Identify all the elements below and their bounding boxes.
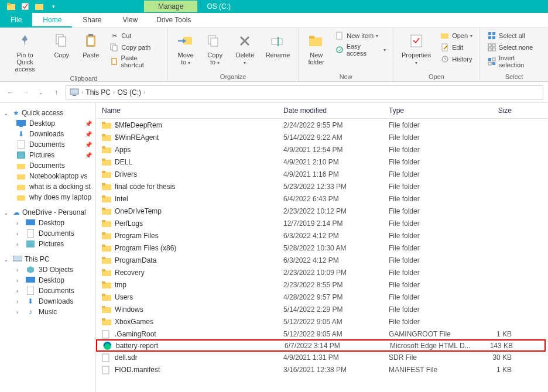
new-item-button[interactable]: New item ▾	[333, 30, 388, 41]
quick-access-header[interactable]: ⌄★Quick access	[0, 108, 95, 118]
paste-button[interactable]: Paste	[78, 30, 104, 60]
sidebar-notebook[interactable]: Notebooklaptop vs	[0, 171, 95, 181]
edit-button[interactable]: Edit	[438, 42, 475, 53]
qat-dropdown-icon[interactable]: ▾	[49, 2, 57, 11]
folder-icon	[102, 195, 111, 202]
column-date[interactable]: Date modified	[283, 106, 389, 115]
copy-to-button[interactable]: Copy to ▾	[202, 30, 228, 67]
sidebar-od-desktop[interactable]: ›Desktop	[0, 218, 95, 228]
scissors-icon: ✂	[109, 31, 119, 40]
sidebar-documents[interactable]: Documents📌	[0, 139, 95, 150]
file-row[interactable]: .GamingRoot5/12/2022 9:05 AMGAMINGROOT F…	[96, 328, 548, 340]
move-to-icon	[176, 32, 195, 50]
file-row[interactable]: Apps4/9/2021 12:54 PMFile folder	[96, 143, 548, 156]
this-pc-header[interactable]: ⌄This PC	[0, 254, 95, 264]
file-row[interactable]: Program Files (x86)5/28/2022 10:30 AMFil…	[96, 242, 548, 254]
sidebar-pc-desktop[interactable]: ›Desktop	[0, 275, 95, 286]
file-size: 143 KB	[478, 342, 525, 350]
new-folder-icon[interactable]	[35, 2, 43, 11]
file-row[interactable]: PerfLogs12/7/2019 2:14 PMFile folder	[96, 217, 548, 229]
file-row[interactable]: FIOD.manifest3/16/2021 12:38 PMMANIFEST …	[96, 363, 548, 376]
rename-button[interactable]: Rename	[262, 30, 294, 60]
properties-icon	[407, 32, 426, 50]
file-icon	[102, 353, 111, 361]
move-to-button[interactable]: Move to ▾	[173, 30, 198, 67]
file-row[interactable]: ProgramData6/3/2022 4:12 PMFile folder	[96, 254, 548, 266]
sidebar-laptop[interactable]: why does my laptop	[0, 192, 95, 202]
file-row[interactable]: Intel6/4/2022 6:43 PMFile folder	[96, 192, 548, 205]
file-row[interactable]: Drivers4/9/2021 1:16 PMFile folder	[96, 168, 548, 180]
file-row[interactable]: dell.sdr4/9/2021 1:31 PMSDR File30 KB	[96, 351, 548, 363]
file-row[interactable]: tmp2/23/2022 8:55 PMFile folder	[96, 278, 548, 291]
back-button[interactable]: ←	[5, 87, 16, 98]
file-tab[interactable]: File	[0, 13, 32, 27]
file-row[interactable]: $WinREAgent5/14/2022 9:22 AMFile folder	[96, 131, 548, 143]
chevron-right-icon[interactable]: ›	[113, 89, 115, 95]
share-tab[interactable]: Share	[72, 13, 112, 27]
home-tab[interactable]: Home	[32, 13, 72, 27]
sidebar-downloads[interactable]: ⬇Downloads📌	[0, 129, 95, 139]
sidebar-docking[interactable]: what is a docking st	[0, 181, 95, 192]
new-folder-button[interactable]: New folder	[303, 30, 329, 67]
paste-shortcut-icon	[109, 57, 118, 66]
properties-button[interactable]: Properties▾	[398, 30, 434, 67]
history-button[interactable]: History	[438, 54, 475, 64]
file-row[interactable]: battery-report6/7/2022 3:14 PMMicrosoft …	[96, 339, 546, 352]
manage-tab[interactable]: Manage	[144, 1, 197, 12]
folder-icon[interactable]	[7, 2, 15, 11]
invert-selection-button[interactable]: Invert selection	[485, 54, 543, 69]
cut-button[interactable]: ✂Cut	[107, 30, 163, 41]
file-date: 2/23/2022 10:09 PM	[283, 269, 389, 277]
forward-button[interactable]: →	[20, 87, 32, 98]
new-folder-icon	[307, 32, 326, 50]
column-type[interactable]: Type	[389, 106, 477, 115]
view-tab[interactable]: View	[112, 13, 148, 27]
sidebar-3d[interactable]: ›3D Objects	[0, 264, 95, 275]
pin-quick-access-button[interactable]: Pin to Quick access	[5, 30, 45, 74]
file-row[interactable]: Windows5/14/2022 2:29 PMFile folder	[96, 303, 548, 315]
select-all-button[interactable]: Select all	[485, 30, 543, 41]
svg-rect-79	[102, 269, 105, 271]
file-row[interactable]: DELL4/9/2021 2:10 PMFile folder	[96, 156, 548, 168]
sidebar-od-pictures[interactable]: ›Pictures	[0, 239, 95, 249]
svg-rect-20	[337, 32, 342, 39]
delete-button[interactable]: Delete ▾	[231, 30, 259, 67]
breadcrumb-this-pc[interactable]: This PC	[85, 88, 111, 97]
file-row[interactable]: $MfeDeepRem2/24/2022 9:55 PMFile folder	[96, 119, 548, 131]
up-button[interactable]: ↑	[50, 87, 62, 98]
svg-rect-91	[102, 366, 109, 374]
file-row[interactable]: XboxGames5/12/2022 9:05 AMFile folder	[96, 315, 548, 328]
documents-icon	[26, 287, 35, 295]
select-none-button[interactable]: Select none	[485, 42, 543, 53]
sidebar-pc-documents[interactable]: ›Documents	[0, 286, 95, 296]
file-row[interactable]: final code for thesis5/23/2022 12:33 PMF…	[96, 180, 548, 192]
new-item-icon	[335, 31, 344, 40]
open-button[interactable]: Open ▾	[438, 30, 475, 41]
copy-path-button[interactable]: Copy path	[107, 42, 163, 53]
chevron-right-icon[interactable]: ›	[81, 89, 83, 95]
drive-tools-tab[interactable]: Drive Tools	[148, 13, 199, 27]
properties-icon[interactable]	[21, 2, 29, 11]
sidebar-desktop[interactable]: Desktop📌	[0, 118, 95, 129]
file-date: 4/9/2021 12:54 PM	[283, 146, 389, 154]
folder-icon	[102, 232, 111, 239]
paste-shortcut-button[interactable]: Paste shortcut	[107, 54, 163, 69]
breadcrumb-drive[interactable]: OS (C:)	[117, 88, 141, 97]
column-size[interactable]: Size	[477, 106, 523, 115]
easy-access-button[interactable]: Easy access ▾	[333, 42, 388, 57]
sidebar-pictures[interactable]: Pictures📌	[0, 150, 95, 160]
file-row[interactable]: Recovery2/23/2022 10:09 PMFile folder	[96, 266, 548, 278]
file-row[interactable]: Program Files6/3/2022 4:12 PMFile folder	[96, 229, 548, 242]
chevron-right-icon[interactable]: ›	[143, 89, 145, 95]
recent-dropdown[interactable]: ⌄	[35, 87, 47, 98]
sidebar-pc-music[interactable]: ›♪Music	[0, 307, 95, 317]
column-name[interactable]: Name	[96, 106, 283, 115]
sidebar-pc-downloads[interactable]: ›⬇Downloads	[0, 296, 95, 307]
sidebar-documents2[interactable]: Documents	[0, 160, 95, 171]
copy-button[interactable]: Copy	[49, 30, 74, 60]
file-row[interactable]: Users4/28/2022 9:57 PMFile folder	[96, 291, 548, 303]
breadcrumb[interactable]: › This PC › OS (C:) ›	[66, 85, 543, 99]
file-row[interactable]: OneDriveTemp2/23/2022 10:12 PMFile folde…	[96, 205, 548, 217]
onedrive-header[interactable]: ⌄☁OneDrive - Personal	[0, 207, 95, 218]
sidebar-od-documents[interactable]: ›Documents	[0, 228, 95, 239]
